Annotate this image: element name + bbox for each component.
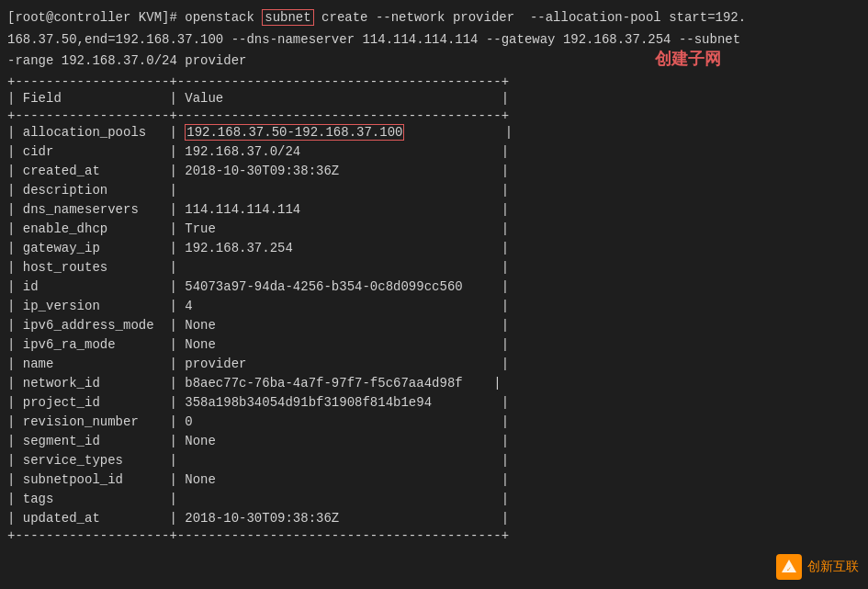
watermark-bottom: ✓ 创新互联: [776, 554, 859, 580]
divider-top: +--------------------+------------------…: [7, 74, 861, 89]
watermark-logo-icon: ✓: [776, 554, 802, 580]
table-row: | created_at | 2018-10-30T09:38:36Z |: [7, 162, 861, 181]
logo-svg: ✓: [780, 558, 798, 576]
table-row: | segment_id | None |: [7, 432, 861, 451]
table-row: | enable_dhcp | True |: [7, 220, 861, 239]
command-line-2: 168.37.50,end=192.168.37.100 --dns-names…: [4, 29, 864, 51]
terminal-window: [root@controller KVM]# openstack subnet …: [0, 0, 868, 589]
table-row: | allocation_pools | 192.168.37.50-192.1…: [7, 123, 861, 142]
allocation-pools-value: 192.168.37.50-192.168.37.100: [185, 124, 404, 141]
table-row: | subnetpool_id | None |: [7, 470, 861, 490]
table-row: | ipv6_ra_mode | None |: [7, 335, 861, 355]
prompt: [root@controller KVM]# openstack: [7, 10, 262, 25]
table-row: | host_routes | |: [7, 258, 861, 278]
watermark-top: 创建子网: [655, 48, 721, 70]
table-row: | service_types | |: [7, 451, 861, 470]
table-row: | id | 54073a97-94da-4256-b354-0c8d099cc…: [7, 278, 861, 297]
subnet-keyword: subnet: [262, 9, 313, 26]
table-row: | description | |: [7, 181, 861, 200]
table-row: | name | provider |: [7, 355, 861, 374]
divider-header: +--------------------+------------------…: [7, 108, 861, 123]
table-row: | network_id | b8aec77c-76ba-4a7f-97f7-f…: [7, 374, 861, 393]
command-args: create --network provider --allocation-p…: [314, 10, 746, 25]
table-row: | tags | |: [7, 490, 861, 509]
table-row: | project_id | 358a198b34054d91bf31908f8…: [7, 393, 861, 413]
result-table: +--------------------+------------------…: [4, 74, 864, 543]
table-row: | ipv6_address_mode | None |: [7, 316, 861, 335]
table-row: | gateway_ip | 192.168.37.254 |: [7, 239, 861, 258]
table-row: | revision_number | 0 |: [7, 413, 861, 432]
watermark-text: 创新互联: [807, 559, 859, 575]
table-row: | updated_at | 2018-10-30T09:38:36Z |: [7, 509, 861, 528]
divider-bottom: +--------------------+------------------…: [7, 528, 861, 543]
command-line-1: [root@controller KVM]# openstack subnet …: [4, 7, 864, 29]
svg-text:✓: ✓: [787, 565, 792, 573]
table-header: | Field | Value |: [7, 89, 861, 108]
table-row: | cidr | 192.168.37.0/24 |: [7, 142, 861, 162]
table-row: | ip_version | 4 |: [7, 297, 861, 316]
command-line-3: -range 192.168.37.0/24 provider: [4, 51, 864, 73]
table-row: | dns_nameservers | 114.114.114.114 |: [7, 200, 861, 220]
